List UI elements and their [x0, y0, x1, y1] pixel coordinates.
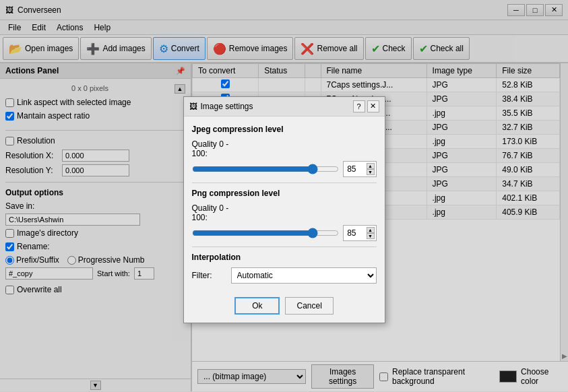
jpeg-quality-row: Quality 0 - 100: [192, 139, 377, 158]
png-quality-row: Quality 0 - 100: [192, 203, 377, 222]
jpeg-spin-down[interactable]: ▼ [367, 169, 375, 175]
jpeg-quality-num: ▲ ▼ [343, 161, 377, 177]
png-quality-num: ▲ ▼ [343, 225, 377, 241]
interpolation-title: Interpolation [192, 253, 377, 262]
ok-button[interactable]: Ok [234, 297, 280, 315]
jpeg-quality-input[interactable] [346, 164, 367, 174]
modal-title-text: Image settings [201, 102, 253, 111]
png-quality-slider[interactable] [192, 228, 339, 238]
png-section-title: Png compression level [192, 189, 377, 198]
modal-footer: Ok Cancel [184, 292, 385, 323]
modal-titlebar: 🖼 Image settings ? ✕ [184, 97, 385, 117]
modal-controls: ? ✕ [353, 100, 379, 112]
png-quality-input[interactable] [346, 228, 367, 238]
filter-row: Filter: Automatic Bessel Blackman Box La… [192, 267, 377, 284]
png-quality-label: Quality 0 - 100: [192, 203, 246, 222]
png-spin-down[interactable]: ▼ [367, 233, 375, 239]
png-spin-up[interactable]: ▲ [367, 227, 375, 233]
modal-title-icon: 🖼 [189, 102, 197, 111]
modal-help-button[interactable]: ? [353, 100, 365, 112]
filter-label: Filter: [192, 271, 226, 280]
png-spin-btns: ▲ ▼ [367, 227, 375, 239]
jpeg-quality-slider[interactable] [192, 164, 339, 174]
jpeg-quality-label: Quality 0 - 100: [192, 139, 246, 158]
modal-title-area: 🖼 Image settings [189, 102, 253, 111]
cancel-button[interactable]: Cancel [285, 297, 333, 315]
modal-overlay: 🖼 Image settings ? ✕ Jpeg compression le… [0, 0, 568, 392]
jpeg-section-title: Jpeg compression level [192, 125, 377, 134]
modal-body: Jpeg compression level Quality 0 - 100: … [184, 117, 385, 292]
image-settings-modal: 🖼 Image settings ? ✕ Jpeg compression le… [183, 96, 385, 323]
jpeg-spin-up[interactable]: ▲ [367, 163, 375, 169]
modal-close-button[interactable]: ✕ [367, 100, 379, 112]
jpeg-spin-btns: ▲ ▼ [367, 163, 375, 175]
filter-select[interactable]: Automatic Bessel Blackman Box Lanczos [231, 267, 377, 284]
